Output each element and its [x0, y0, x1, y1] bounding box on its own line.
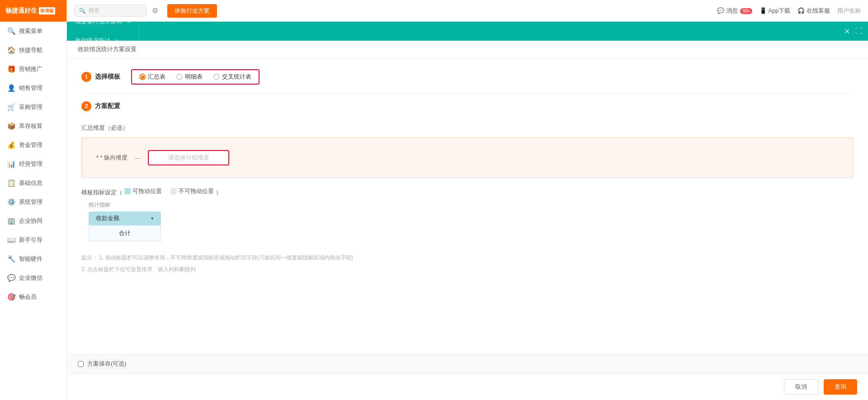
footer-actions: 取消 查询 — [67, 373, 868, 400]
tabbar: 首页现金银行流水查询✕收款情况统计✕新建方案✕ ✕ ⛶ — [67, 22, 868, 41]
sidebar-label-search-menu: 搜索菜单 — [19, 27, 42, 35]
legend-non-draggable: 不可拖动位置 — [170, 187, 214, 195]
query-button[interactable]: 查询 — [824, 379, 857, 395]
sidebar-label-marketing: 营销推广 — [19, 65, 42, 73]
sidebar-item-member[interactable]: 🎯畅会员 — [0, 287, 66, 306]
tips-area: 提示： 1. 拖动标题栏可以调整布局，不可跨维度或指标区域拖动栏目字段(只能在同… — [81, 252, 854, 275]
indicator-header[interactable]: 收款金额 ▾ — [89, 212, 161, 225]
radio-summary[interactable]: 汇总表 — [139, 73, 165, 81]
draggable-legend-box — [124, 188, 131, 194]
sidebar-item-search-menu[interactable]: 🔍搜索菜单 — [0, 22, 66, 41]
sidebar-icon-operations: 📊 — [7, 160, 15, 168]
sidebar: 畅捷通好生 标准版 🔍搜索菜单🏠快捷导航🎁营销推广👤销售管理🛒采购管理📦库存核算… — [0, 0, 67, 400]
radio-cross-label: 交叉统计表 — [222, 73, 251, 81]
sidebar-items-container: 🔍搜索菜单🏠快捷导航🎁营销推广👤销售管理🛒采购管理📦库存核算💰资金管理📊经营管理… — [0, 22, 66, 306]
indicator-table-container: 统计指标 收款金额 ▾ 合计 — [89, 201, 854, 241]
step2-label: 方案配置 — [95, 102, 120, 110]
user-name[interactable]: 用户名称 — [837, 7, 861, 15]
sidebar-item-marketing[interactable]: 🎁营销推广 — [0, 60, 66, 79]
tabbar-actions: ✕ ⛶ — [844, 27, 868, 36]
online-support-label: 在线客服 — [807, 7, 830, 14]
sidebar-icon-basic-info: 📋 — [7, 179, 15, 187]
tab-home[interactable]: 首页 — [67, 0, 139, 12]
indicator-table: 收款金额 ▾ 合计 — [89, 212, 161, 241]
sidebar-icon-inventory: 📦 — [7, 122, 15, 130]
divider1 — [81, 94, 854, 94]
message-badge: 99+ — [740, 8, 752, 14]
sidebar-label-guide: 新手引导 — [19, 236, 42, 244]
close-tab-icon[interactable]: ✕ — [844, 27, 850, 36]
sidebar-item-operations[interactable]: 📊经营管理 — [0, 155, 66, 174]
sidebar-label-sales: 销售管理 — [19, 84, 42, 92]
form-area: 1 选择模板 汇总表 明细表 交叉统计表 2 方案配置 — [67, 58, 868, 354]
sidebar-icon-finance: 💰 — [7, 141, 15, 149]
sidebar-item-inventory[interactable]: 📦库存核算 — [0, 117, 66, 136]
arrow-icon: — — [135, 155, 141, 161]
dim-row: * * 纵向维度 — 请选择分组维度 — [96, 150, 229, 165]
page-header: 收款情况统计方案设置 — [67, 41, 868, 58]
sidebar-icon-search-menu: 🔍 — [7, 27, 15, 35]
indicator-header-text: 收款金额 — [96, 214, 119, 222]
breadcrumb: 收款情况统计方案设置 — [78, 46, 137, 52]
dropdown-chevron-icon[interactable]: ▾ — [151, 216, 154, 221]
radio-dot-cross — [213, 74, 220, 80]
tab-cash-bank[interactable]: 现金银行流水查询✕ — [67, 12, 139, 31]
sidebar-label-smart-hw: 智能硬件 — [19, 255, 42, 263]
draggable-label: 可拖动位置 — [132, 187, 162, 195]
sidebar-icon-member: 🎯 — [7, 293, 15, 301]
radio-dot-summary — [139, 74, 146, 80]
gear-icon[interactable]: ⚙ — [152, 6, 158, 15]
sidebar-label-member: 畅会员 — [19, 293, 37, 301]
save-label[interactable]: 方案保存(可选) — [87, 360, 127, 368]
online-support[interactable]: 🎧 在线客服 — [797, 7, 830, 15]
radio-detail[interactable]: 明细表 — [176, 73, 203, 81]
sidebar-item-basic-info[interactable]: 📋基础信息 — [0, 174, 66, 193]
sidebar-item-guide[interactable]: 📖新手引导 — [0, 231, 66, 249]
main-area: 🔍 搜索 ⚙ 体验行业方案 💬 消息 99+ 📱 App下载 🎧 在线客服 用户… — [67, 0, 868, 400]
sidebar-logo: 畅捷通好生 标准版 — [0, 0, 66, 22]
save-checkbox[interactable] — [78, 361, 84, 367]
sidebar-item-system[interactable]: ⚙️系统管理 — [0, 193, 66, 212]
config-area: 汇总维度（必选） * * 纵向维度 — 请选择分组维度 模板指标设定（ — [81, 120, 854, 279]
sidebar-label-system: 系统管理 — [19, 198, 42, 206]
message-item[interactable]: 💬 消息 99+ — [717, 7, 752, 15]
sidebar-item-smart-hw[interactable]: 🔧智能硬件 — [0, 249, 66, 268]
indicator-label-prefix: 模板指标设定（ — [81, 189, 123, 196]
sidebar-icon-system: ⚙️ — [7, 198, 15, 206]
topbar: 🔍 搜索 ⚙ 体验行业方案 💬 消息 99+ 📱 App下载 🎧 在线客服 用户… — [67, 0, 868, 22]
radio-summary-label: 汇总表 — [148, 73, 165, 81]
legend-draggable: 可拖动位置 — [124, 187, 162, 195]
sidebar-icon-enterprise: 🏢 — [7, 217, 15, 225]
industry-btn[interactable]: 体验行业方案 — [167, 4, 217, 18]
sidebar-item-quick-nav[interactable]: 🏠快捷导航 — [0, 41, 66, 60]
app-download[interactable]: 📱 App下载 — [760, 7, 790, 15]
tab-close-cash-bank[interactable]: ✕ — [127, 19, 131, 25]
step1-num: 1 — [81, 72, 91, 82]
sidebar-label-basic-info: 基础信息 — [19, 179, 42, 187]
expand-icon[interactable]: ⛶ — [855, 27, 863, 35]
message-label: 消息 — [726, 7, 738, 14]
dim-select-placeholder: 请选择分组维度 — [168, 154, 209, 162]
cancel-button[interactable]: 取消 — [784, 379, 818, 395]
indicator-settings-label: 模板指标设定（ 可拖动位置 不可拖动位置 ） — [81, 187, 854, 197]
step1-row: 1 选择模板 汇总表 明细表 交叉统计表 — [81, 69, 854, 85]
tip-1: 提示： 1. 拖动标题栏可以调整布局，不可跨维度或指标区域拖动栏目字段(只能在同… — [81, 252, 854, 263]
group-dim-select[interactable]: 请选择分组维度 — [148, 150, 229, 165]
sidebar-item-sales[interactable]: 👤销售管理 — [0, 79, 66, 98]
indicator-body: 合计 — [89, 225, 161, 241]
tip-2: 2. 点击标题栏下拉可设置排序、插入列和删除列 — [81, 264, 854, 275]
sidebar-icon-quick-nav: 🏠 — [7, 46, 15, 54]
sidebar-item-wechat[interactable]: 💬企业微信 — [0, 268, 66, 287]
sidebar-icon-wechat: 💬 — [7, 274, 15, 282]
sidebar-icon-marketing: 🎁 — [7, 65, 15, 73]
sidebar-label-inventory: 库存核算 — [19, 122, 42, 130]
sidebar-item-finance[interactable]: 💰资金管理 — [0, 136, 66, 155]
app-download-label: App下载 — [768, 7, 790, 14]
sidebar-item-enterprise[interactable]: 🏢企业协同 — [0, 212, 66, 231]
required-star: * — [96, 154, 99, 161]
radio-cross[interactable]: 交叉统计表 — [213, 73, 251, 81]
sidebar-icon-purchase: 🛒 — [7, 103, 15, 111]
radio-detail-label: 明细表 — [185, 73, 203, 81]
sidebar-item-purchase[interactable]: 🛒采购管理 — [0, 98, 66, 117]
step2-num: 2 — [81, 101, 91, 111]
